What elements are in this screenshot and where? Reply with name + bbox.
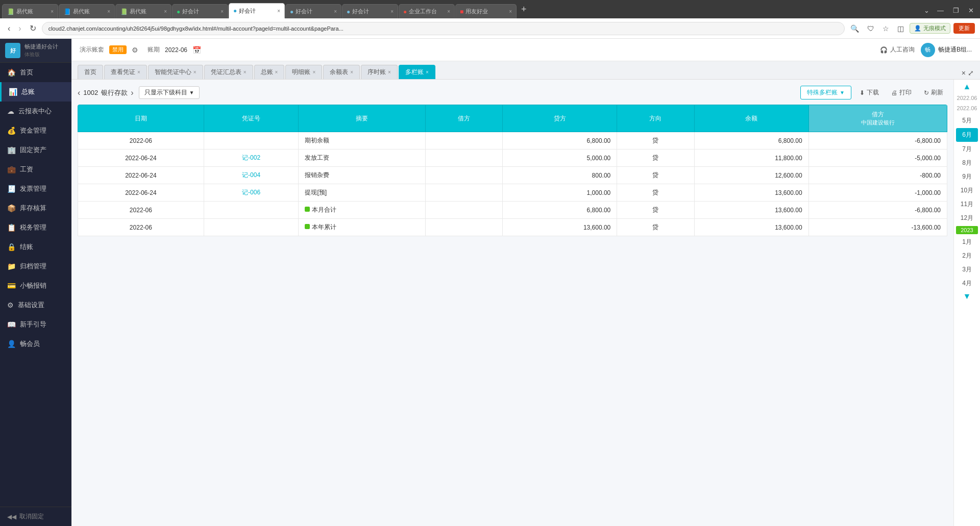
tab5-close[interactable]: × (277, 8, 280, 14)
search-icon[interactable]: 🔍 (848, 23, 862, 34)
month-item-10[interactable]: 10月 (954, 184, 980, 197)
new-tab-button[interactable]: + (517, 4, 531, 15)
browser-tab-7[interactable]: ● 好会计 × (342, 4, 398, 18)
browser-tab-1[interactable]: 📗 易代账 × (2, 4, 58, 18)
address-input[interactable] (42, 22, 845, 35)
right-panel-year-2022-b[interactable]: 2022.06 (954, 103, 980, 113)
tab-sequential[interactable]: 序时账 × (361, 65, 398, 79)
sidebar-toggle-icon[interactable]: ◫ (895, 23, 906, 34)
sidebar-item-fund[interactable]: 💰 资金管理 (0, 121, 71, 140)
tab-multi-column-close[interactable]: × (426, 69, 429, 75)
tab-sequential-close[interactable]: × (388, 69, 391, 75)
sidebar-item-inventory[interactable]: 📦 库存核算 (0, 198, 71, 218)
month-item-2023-3[interactable]: 3月 (954, 263, 980, 277)
tab-list-button[interactable]: ⌄ (921, 6, 932, 15)
month-item-12[interactable]: 12月 (954, 211, 980, 225)
month-item-2023-4[interactable]: 4月 (954, 277, 980, 290)
sidebar-item-expense[interactable]: 💳 小畅报销 (0, 276, 71, 295)
close-button[interactable]: ✕ (964, 6, 978, 15)
browser-tab-8[interactable]: ● 企业工作台 × (399, 4, 455, 18)
back-button[interactable]: ‹ (5, 22, 13, 35)
tab4-close[interactable]: × (220, 9, 224, 14)
month-item-11[interactable]: 11月 (954, 197, 980, 211)
refresh-button[interactable]: ↻ 刷新 (920, 86, 947, 99)
browser-tab-6[interactable]: ● 好会计 × (285, 4, 341, 18)
horizontal-scrollbar[interactable] (78, 515, 947, 520)
update-button[interactable]: 更新 (953, 23, 975, 34)
tab6-close[interactable]: × (334, 9, 337, 14)
sidebar-item-home[interactable]: 🏠 首页 (0, 63, 71, 82)
cell-voucher[interactable]: 记-002 (204, 149, 299, 167)
sidebar-item-member[interactable]: 👤 畅会员 (0, 334, 71, 354)
calendar-icon[interactable]: 📅 (192, 46, 201, 54)
restore-button[interactable]: ❐ (949, 6, 963, 15)
month-item-6-active[interactable]: 6月 (956, 128, 978, 142)
tab2-close[interactable]: × (107, 9, 110, 14)
sidebar-item-guide[interactable]: 📖 新手引导 (0, 315, 71, 334)
tab-smart-voucher-close[interactable]: × (193, 69, 197, 75)
sidebar-item-fixed-assets[interactable]: 🏢 固定资产 (0, 140, 71, 160)
wuhen-mode-button[interactable]: 👤 无痕模式 (910, 23, 950, 34)
tab9-close[interactable]: × (509, 9, 512, 14)
tab7-close[interactable]: × (390, 9, 394, 14)
panel-up-arrow[interactable]: ▲ (954, 81, 980, 93)
reload-button[interactable]: ↻ (27, 22, 39, 35)
filter-dropdown[interactable]: 只显示下级科目 ▼ (139, 86, 200, 99)
tab-home[interactable]: 首页 (78, 65, 103, 79)
settings-gear-button[interactable]: ⚙ (132, 46, 138, 54)
tab-balance-close[interactable]: × (350, 69, 353, 75)
minimize-button[interactable]: — (933, 6, 948, 15)
app-version: 体验版 (24, 51, 58, 58)
sidebar-item-general-ledger[interactable]: 📊 总账 (0, 82, 71, 102)
bookmark-star-icon[interactable]: ☆ (880, 23, 892, 34)
browser-tab-9[interactable]: ■ 用友好业 × (455, 4, 517, 18)
month-item-9[interactable]: 9月 (954, 170, 980, 184)
tab-balance[interactable]: 余额表 × (323, 65, 360, 79)
sidebar-item-close-period[interactable]: 🔒 结账 (0, 237, 71, 257)
browser-tab-4[interactable]: ● 好会计 × (172, 4, 228, 18)
browser-tab-3[interactable]: 📗 易代账 × (115, 4, 172, 18)
sidebar-item-tax[interactable]: 📋 税务管理 (0, 218, 71, 237)
tab1-close[interactable]: × (51, 9, 54, 14)
extension-icon[interactable]: 🛡 (865, 23, 877, 34)
month-item-7[interactable]: 7月 (954, 142, 980, 156)
tab-general-ledger[interactable]: 总账 × (254, 65, 285, 79)
year-2023-badge[interactable]: 2023 (956, 226, 978, 234)
cell-voucher[interactable]: 记-004 (204, 167, 299, 184)
sidebar-item-salary[interactable]: 💼 工资 (0, 160, 71, 179)
month-item-2023-1[interactable]: 1月 (954, 235, 980, 249)
tab-voucher-close[interactable]: × (137, 69, 140, 75)
forward-button[interactable]: › (16, 22, 23, 35)
tab-general-ledger-close[interactable]: × (275, 69, 278, 75)
tab-smart-voucher[interactable]: 智能凭证中心 × (148, 65, 203, 79)
multi-ledger-button[interactable]: 特殊多栏账 ▼ (800, 86, 851, 99)
tab8-close[interactable]: × (447, 9, 450, 14)
tab-detail-ledger-close[interactable]: × (312, 69, 315, 75)
month-item-8[interactable]: 8月 (954, 156, 980, 170)
tab-voucher-summary-close[interactable]: × (243, 69, 247, 75)
unpin-button[interactable]: ◀◀ 取消固定 (0, 507, 71, 526)
month-item-2023-2[interactable]: 2月 (954, 249, 980, 263)
browser-tab-2[interactable]: 📘 易代账 × (59, 4, 115, 18)
sidebar-item-invoice[interactable]: 🧾 发票管理 (0, 179, 71, 198)
download-button[interactable]: ⬇ 下载 (855, 86, 883, 99)
browser-tab-5-active[interactable]: ● 好会计 × (229, 3, 285, 18)
cell-voucher[interactable]: 记-006 (204, 184, 299, 202)
account-prev-button[interactable]: ‹ (78, 88, 80, 97)
tab-multi-column[interactable]: 多栏账 × (399, 65, 435, 79)
sidebar-item-settings[interactable]: ⚙ 基础设置 (0, 295, 71, 315)
right-panel-year-2022-a[interactable]: 2022.06 (954, 93, 980, 103)
tab-detail-ledger[interactable]: 明细账 × (285, 65, 322, 79)
panel-down-arrow[interactable]: ▼ (954, 290, 980, 303)
sidebar-item-archive[interactable]: 📁 归档管理 (0, 257, 71, 276)
tab-voucher-summary[interactable]: 凭证汇总表 × (204, 65, 253, 79)
month-item-5[interactable]: 5月 (954, 114, 980, 128)
sidebar-item-cloud-report[interactable]: ☁ 云报表中心 (0, 102, 71, 121)
print-button[interactable]: 🖨 打印 (887, 86, 916, 99)
consult-button[interactable]: 🎧 人工咨询 (880, 45, 915, 54)
tab-voucher[interactable]: 查看凭证 × (104, 65, 147, 79)
collapse-panel-button[interactable]: × (962, 69, 966, 77)
tab3-close[interactable]: × (164, 9, 167, 14)
expand-panel-button[interactable]: ⤢ (968, 69, 974, 77)
account-next-button[interactable]: › (131, 88, 133, 97)
